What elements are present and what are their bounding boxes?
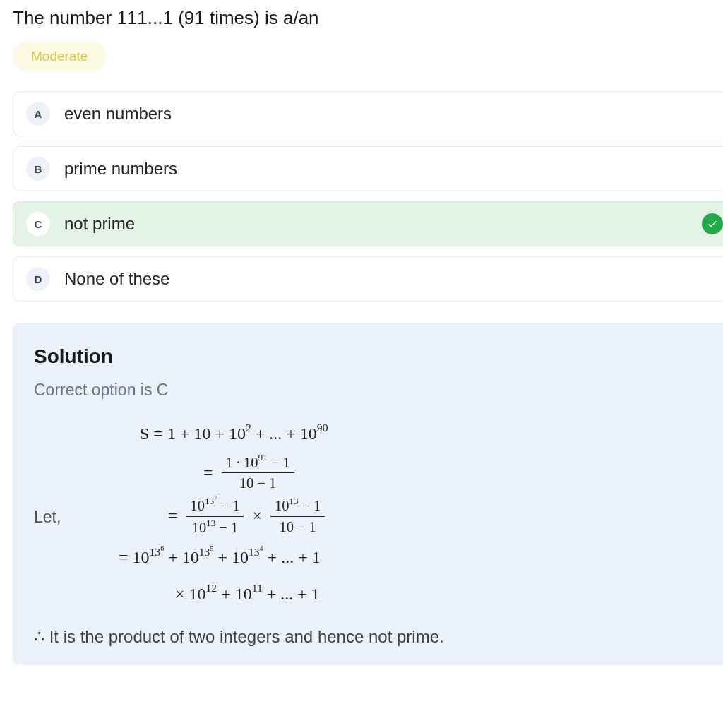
solution-panel: Solution Correct option is C S = 1 + 10 … bbox=[13, 323, 723, 665]
math-line-3: = 10137 − 1 1013 − 1 × 1013 − 1 10 − 1 bbox=[119, 497, 702, 537]
option-c[interactable]: C not prime bbox=[13, 201, 723, 246]
solution-subtitle: Correct option is C bbox=[34, 381, 702, 400]
option-d[interactable]: D None of these bbox=[13, 256, 723, 302]
option-text: not prime bbox=[64, 214, 135, 234]
let-label: Let, bbox=[34, 502, 119, 533]
option-letter: D bbox=[26, 267, 50, 291]
option-letter: B bbox=[26, 157, 50, 181]
solution-conclusion: ∴ It is the product of two integers and … bbox=[34, 621, 702, 653]
math-line-4: = 10136 + 10135 + 10134 + ... + 1 bbox=[119, 542, 702, 574]
math-line-2: = 1 · 1091 − 1 10 − 1 bbox=[119, 455, 702, 494]
math-line-1: S = 1 + 10 + 102 + ... + 1090 bbox=[119, 418, 702, 450]
option-text: prime numbers bbox=[64, 159, 177, 179]
difficulty-badge: Moderate bbox=[13, 42, 106, 71]
option-letter: C bbox=[26, 212, 50, 236]
question-text: The number 111...1 (91 times) is a/an bbox=[13, 7, 723, 29]
solution-title: Solution bbox=[34, 345, 702, 368]
math-line-5: × 1012 + 1011 + ... + 1 bbox=[119, 578, 702, 611]
answer-options: A even numbers B prime numbers C not pri… bbox=[13, 91, 723, 302]
check-icon bbox=[702, 213, 723, 234]
option-letter: A bbox=[26, 102, 50, 126]
option-b[interactable]: B prime numbers bbox=[13, 146, 723, 191]
solution-math: S = 1 + 10 + 102 + ... + 1090 = 1 · 1091… bbox=[34, 418, 702, 652]
option-text: even numbers bbox=[64, 104, 172, 124]
option-text: None of these bbox=[64, 269, 169, 289]
option-a[interactable]: A even numbers bbox=[13, 91, 723, 136]
